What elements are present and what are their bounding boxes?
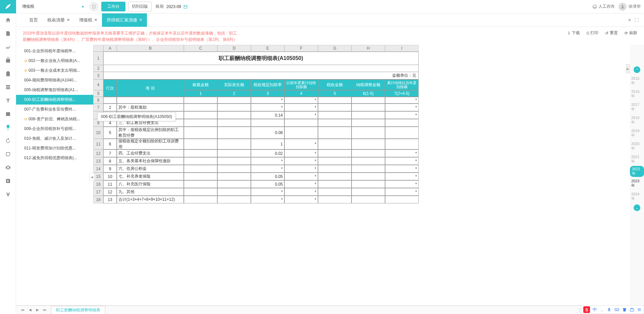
- year-down-icon[interactable]: ⌄: [634, 204, 640, 211]
- col-header-g[interactable]: G: [318, 45, 352, 52]
- row-header[interactable]: 13: [93, 157, 103, 165]
- nav-bag-icon[interactable]: [0, 54, 16, 67]
- col-header-a[interactable]: A: [103, 45, 117, 52]
- sheet-nav-prev-icon[interactable]: ◀: [27, 307, 34, 313]
- sheet-nav-first-icon[interactable]: ⏮: [19, 307, 26, 313]
- switch-old-button[interactable]: 切到旧版: [128, 2, 152, 11]
- tab-expand-icon[interactable]: ⛶: [635, 18, 639, 22]
- row-header[interactable]: 12: [93, 149, 103, 157]
- form-item-002[interactable]: ⊘002-一般企业收入明细表(A...: [16, 56, 93, 66]
- period-value[interactable]: 2023-09: [166, 4, 181, 9]
- tab-vat[interactable]: 增值税✕: [74, 13, 102, 27]
- calendar-icon[interactable]: [183, 4, 188, 9]
- tab-close-all-icon[interactable]: ✕: [628, 18, 631, 22]
- col-header-b[interactable]: B: [117, 45, 184, 52]
- row-header[interactable]: 17: [93, 188, 103, 196]
- form-item-007[interactable]: 007-广告费和业务宣传费跨...: [16, 105, 93, 114]
- close-icon[interactable]: ✕: [139, 18, 142, 22]
- close-icon[interactable]: ✕: [94, 18, 97, 22]
- col-header-e[interactable]: E: [251, 45, 284, 52]
- print-button[interactable]: ⎙打印: [587, 30, 598, 36]
- form-item-005[interactable]: 005-纳税调整项目明细表(A1...: [16, 85, 93, 95]
- ime-punct-toggle[interactable]: ，: [600, 307, 604, 313]
- nav-restore-icon[interactable]: [0, 134, 16, 147]
- ime-keyboard-icon[interactable]: [614, 307, 620, 312]
- user-name[interactable]: 徐泽华: [629, 4, 641, 9]
- nav-doc-icon[interactable]: [0, 27, 16, 40]
- nav-form-icon[interactable]: [0, 80, 16, 94]
- form-item-009[interactable]: 009-企业所得税弥补亏损明...: [16, 124, 93, 134]
- row-header[interactable]: 7: [93, 104, 103, 111]
- year-2018[interactable]: 2018年: [630, 114, 644, 127]
- row-header[interactable]: 14: [93, 165, 103, 173]
- row-header[interactable]: 16: [93, 180, 103, 188]
- form-item-006[interactable]: 006-职工薪酬纳税调整明细...: [16, 95, 93, 105]
- nav-calendar-icon[interactable]: [0, 107, 16, 121]
- nav-inbox-icon[interactable]: [0, 147, 16, 161]
- ime-mic-icon[interactable]: [607, 307, 611, 312]
- col-header-c[interactable]: C: [184, 45, 217, 52]
- year-up-icon[interactable]: ⌃: [634, 66, 640, 73]
- row-header[interactable]: 6: [93, 97, 103, 104]
- tab-tax-list[interactable]: 税表清册✕: [43, 13, 74, 27]
- sheet-tab[interactable]: 职工薪酬纳税调整明细表: [51, 306, 105, 314]
- nav-chart-icon[interactable]: [0, 40, 16, 54]
- refresh-button[interactable]: ⟳刷新: [625, 30, 637, 36]
- year-2020[interactable]: 2020年: [630, 140, 644, 153]
- user-avatar-icon[interactable]: [619, 3, 627, 11]
- year-2017[interactable]: 2017年: [630, 101, 644, 114]
- year-2021[interactable]: 2021年: [630, 153, 644, 166]
- download-button[interactable]: ⇩下载: [567, 30, 580, 36]
- year-2015[interactable]: 2015年: [630, 74, 644, 87]
- form-item-004[interactable]: 004-期间费用明细表(A1040...: [16, 75, 93, 85]
- form-item-001[interactable]: 001-企业所得税年度纳税申...: [16, 46, 93, 56]
- tax-type-dropdown[interactable]: 增值税 ▾: [19, 2, 87, 11]
- row-header[interactable]: 18: [93, 196, 103, 203]
- tab-income-tax[interactable]: 所得税汇算清缴✕: [102, 13, 147, 27]
- ime-logo-icon[interactable]: S: [583, 306, 590, 313]
- tab-home[interactable]: 首页: [24, 13, 43, 27]
- ime-lang-toggle[interactable]: 中: [593, 307, 597, 313]
- form-item-010[interactable]: 010-免税、减计收入及加计...: [16, 134, 93, 143]
- collapse-sidebar-icon[interactable]: ◀: [89, 173, 95, 181]
- grid-corner[interactable]: [93, 45, 103, 52]
- form-item-003[interactable]: ⊘003-一般企业成本支出明细...: [16, 66, 93, 75]
- ime-toolbox-icon[interactable]: [630, 307, 634, 312]
- nav-gear-icon[interactable]: [0, 161, 16, 174]
- col-header-i[interactable]: I: [385, 45, 419, 52]
- toggle-circle-button[interactable]: [89, 2, 99, 11]
- year-2024[interactable]: 2024年: [630, 190, 644, 203]
- year-2016[interactable]: 2016年: [630, 87, 644, 101]
- col-header-f[interactable]: F: [284, 45, 318, 52]
- form-item-012[interactable]: 012-减免所得税优惠明细表(...: [16, 153, 93, 163]
- form-item-011[interactable]: 011-研发费用加计扣除优惠...: [16, 143, 93, 153]
- sheet-nav-next-icon[interactable]: ▶: [34, 307, 41, 313]
- nav-play-icon[interactable]: [0, 174, 16, 188]
- row-header[interactable]: 4: [93, 79, 103, 90]
- row-header[interactable]: 2: [93, 65, 103, 72]
- nav-v-icon[interactable]: [0, 188, 16, 201]
- year-2019[interactable]: 2019年: [630, 127, 644, 140]
- consult-link[interactable]: 人工咨询: [592, 4, 614, 9]
- row-header[interactable]: 3: [93, 72, 103, 79]
- nav-home-icon[interactable]: [0, 13, 16, 27]
- reset-button[interactable]: ↺重置: [605, 30, 618, 36]
- year-2022[interactable]: 2022年: [630, 166, 644, 177]
- sheet-nav-last-icon[interactable]: ⏭: [42, 307, 48, 313]
- col-header-h[interactable]: H: [352, 45, 385, 52]
- ime-skin-icon[interactable]: [622, 307, 627, 312]
- row-header[interactable]: 15: [93, 173, 103, 180]
- row-header[interactable]: 1: [93, 52, 103, 65]
- row-header[interactable]: 11: [93, 139, 103, 149]
- row-header[interactable]: 5: [93, 90, 103, 97]
- row-header[interactable]: 10: [93, 127, 103, 139]
- close-icon[interactable]: ✕: [67, 18, 70, 22]
- form-item-008[interactable]: ⊘008-资产折旧、摊销及纳税...: [16, 114, 93, 124]
- nav-tax-icon[interactable]: [0, 121, 16, 134]
- year-2023[interactable]: 2023年: [630, 177, 644, 190]
- ime-menu-icon[interactable]: [637, 307, 642, 312]
- col-header-d[interactable]: D: [217, 45, 251, 52]
- nav-clip-icon[interactable]: [0, 67, 16, 80]
- workspace-button[interactable]: 工作台: [101, 2, 125, 11]
- expand-handle-icon[interactable]: ▶: [626, 64, 630, 73]
